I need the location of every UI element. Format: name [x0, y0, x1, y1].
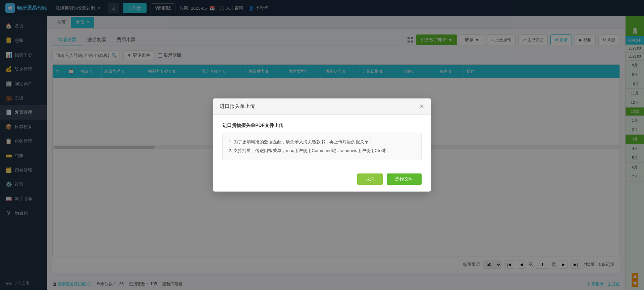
modal-header: 进口报关单上传 ✕ [213, 98, 431, 115]
modal-tip-1: 1. 为了更加精准的数据匹配，请先录入海关缴款书，再上传对应的报关单； [229, 138, 415, 146]
modal-footer: 取消 选择文件 [213, 168, 431, 192]
import-customs-modal: 进口报关单上传 ✕ 进口货物报关单PDF文件上传 1. 为了更加精准的数据匹配，… [213, 98, 431, 192]
modal-section-title: 进口货物报关单PDF文件上传 [222, 123, 422, 129]
modal-title: 进口报关单上传 [220, 103, 255, 110]
modal-body: 进口货物报关单PDF文件上传 1. 为了更加精准的数据匹配，请先录入海关缴款书，… [213, 115, 431, 168]
modal-close-button[interactable]: ✕ [419, 103, 424, 110]
modal-info-box: 1. 为了更加精准的数据匹配，请先录入海关缴款书，再上传对应的报关单； 2. 支… [222, 133, 422, 160]
modal-select-file-button[interactable]: 选择文件 [387, 173, 422, 185]
modal-overlay[interactable]: 进口报关单上传 ✕ 进口货物报关单PDF文件上传 1. 为了更加精准的数据匹配，… [0, 0, 644, 290]
modal-cancel-button[interactable]: 取消 [357, 173, 383, 185]
modal-tip-2: 2. 支持批量上传进口报关单，mac用户使用Command键，windows用户… [229, 146, 415, 155]
